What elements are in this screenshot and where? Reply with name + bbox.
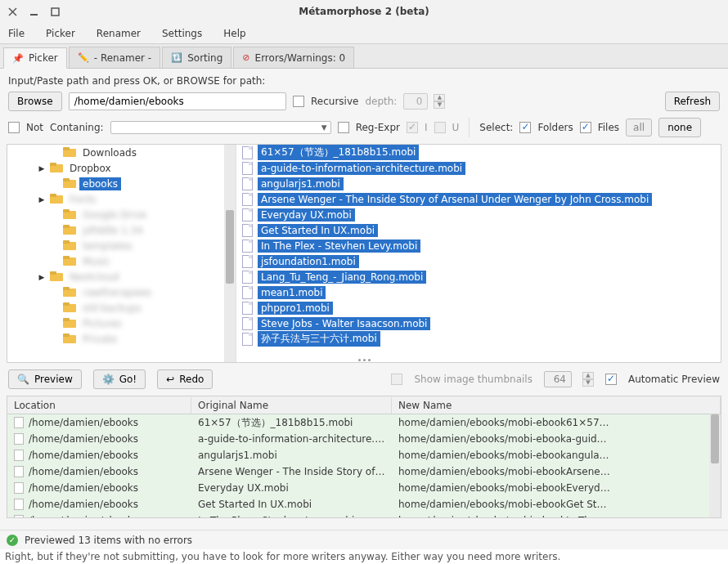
file-name: 孙子兵法与三十六计.mobi [258,331,380,347]
tree-item[interactable]: ▶Dropbox [7,160,236,176]
path-hint: Input/Paste path and press OK, or BROWSE… [8,75,720,87]
tree-item[interactable]: templates [7,238,236,253]
tree-item[interactable]: ▶Nextcloud [7,269,236,284]
file-row[interactable]: Everyday UX.mobi [236,207,721,222]
renamer-icon: ✏️ [78,52,89,63]
menu-picker[interactable]: Picker [43,26,79,41]
tab-renamer[interactable]: ✏️ - Renamer - [69,47,160,68]
file-row[interactable]: Get Started In UX.mobi [236,222,721,238]
tree-item-label: Nextcloud [66,271,122,284]
table-row[interactable]: /home/damien/ebooksangularjs1.mobihome/d… [7,447,721,463]
tree-item-label: Downloads [79,146,140,159]
file-row[interactable]: a-guide-to-information-architecture.mobi [236,160,721,176]
thumbnails-label: Show image thumbnails [414,374,533,385]
file-row[interactable]: 孙子兵法与三十六计.mobi [236,331,721,347]
file-name: Steve Jobs - Walter Isaacson.mobi [258,317,430,330]
file-row[interactable]: Arsene Wenger - The Inside Story of Arse… [236,191,721,207]
regexpr-checkbox[interactable] [338,122,349,133]
cutoff-text: Right, but if they're not submitting, yo… [0,549,728,564]
table-row[interactable]: /home/damien/ebooksGet Started In UX.mob… [7,496,721,513]
path-input[interactable] [69,92,286,110]
preview-button[interactable]: 🔍 Preview [8,369,82,389]
file-list[interactable]: 61×57（节选）_181b8b15.mobia-guide-to-inform… [236,145,721,362]
cell-original: a-guide-to-information-architecture.… [191,432,392,446]
table-row[interactable]: /home/damien/ebooksEveryday UX.mobihome/… [7,480,721,496]
go-button[interactable]: ⚙️ Go! [93,369,146,389]
file-name: angularjs1.mobi [258,177,344,190]
cell-original: Everyday UX.mobi [191,481,392,495]
tree-item[interactable]: Downloads [7,145,236,160]
close-icon[interactable] [7,6,18,17]
tree-item[interactable]: Private [7,331,236,347]
tree-item[interactable]: rawtherapeee [7,284,236,300]
folder-icon [63,178,76,190]
depth-label: depth: [365,96,397,107]
tree-item[interactable]: jsfiddle 1.34 [7,222,236,238]
cell-location: /home/damien/ebooks [29,417,138,428]
minimize-icon[interactable] [28,6,39,17]
file-row[interactable]: Steve Jobs - Walter Isaacson.mobi [236,316,721,331]
select-all-button[interactable]: all [626,119,652,137]
depth-input: 0 [403,93,428,110]
thumbnails-spinner: ▲▼ [582,372,594,387]
table-row[interactable]: /home/damien/ebooksa-guide-to-informatio… [7,431,721,447]
menu-renamer[interactable]: Renamer [93,26,144,41]
tree-item[interactable]: ▶Fonts [7,191,236,207]
redo-button[interactable]: ↩ Redo [157,369,213,389]
tree-scrollbar[interactable] [224,145,236,362]
tree-item[interactable]: Music [7,253,236,269]
auto-preview-checkbox[interactable] [605,374,617,385]
folder-tree[interactable]: Downloads▶Dropboxebooks▶FontsGoogle Driv… [7,145,236,362]
table-row[interactable]: /home/damien/ebooksArsene Wenger - The I… [7,463,721,480]
tree-item-label: Pictures [79,317,125,330]
maximize-icon[interactable] [49,6,61,17]
browse-button[interactable]: Browse [8,92,62,111]
file-row[interactable]: Lang_Tu_Teng_-_Jiang_Rong.mobi [236,269,721,284]
tab-errors[interactable]: ⊘ Errors/Warnings: 0 [233,47,354,68]
file-name: mean1.mobi [258,286,326,299]
table-row[interactable]: /home/damien/ebooksIn The Plex - Stevhen… [7,513,721,518]
expander-icon[interactable]: ▶ [37,164,47,172]
tree-item-label: jsfiddle 1.34 [79,224,146,237]
file-row[interactable]: 61×57（节选）_181b8b15.mobi [236,145,721,160]
tab-sorting[interactable]: 🔃 Sorting [162,47,231,68]
titlebar: Métamorphose 2 (beta) [0,0,728,23]
tab-label: - Renamer - [94,52,151,64]
expander-icon[interactable]: ▶ [37,195,47,204]
containing-combo[interactable]: ▼ [110,121,331,134]
files-checkbox[interactable] [580,122,591,133]
u-label: U [452,122,460,133]
file-icon [241,271,253,284]
browser-split: Downloads▶Dropboxebooks▶FontsGoogle Driv… [7,144,721,363]
menu-help[interactable]: Help [220,26,249,41]
expander-icon[interactable]: ▶ [37,273,47,281]
folders-checkbox[interactable] [519,122,531,133]
cell-newname: home/damien/ebooks/mobi-ebookIn The … [392,513,721,518]
file-row[interactable]: phppro1.mobi [236,300,721,316]
tree-item[interactable]: ebooks [7,176,236,191]
folder-icon [63,147,76,159]
menu-file[interactable]: File [5,26,28,41]
file-row[interactable]: angularjs1.mobi [236,176,721,191]
tree-item[interactable]: Pictures [7,316,236,331]
file-row[interactable]: mean1.mobi [236,284,721,300]
split-handle-icon[interactable] [348,359,380,364]
folder-icon [63,209,76,221]
col-location[interactable]: Location [7,397,191,414]
cell-location: /home/damien/ebooks [29,450,138,461]
tree-item[interactable]: Google Drive [7,207,236,222]
file-row[interactable]: jsfoundation1.mobi [236,253,721,269]
col-newname[interactable]: New Name [392,397,721,414]
select-none-button[interactable]: none [658,118,701,137]
col-original[interactable]: Original Name [191,397,392,414]
not-checkbox[interactable] [8,122,20,133]
refresh-button[interactable]: Refresh [665,92,720,111]
menu-settings[interactable]: Settings [159,26,205,41]
table-scrollbar[interactable] [709,414,721,517]
table-row[interactable]: /home/damien/ebooks61×57（节选）_181b8b15.mo… [7,414,721,431]
recursive-checkbox[interactable] [293,96,304,107]
tab-picker[interactable]: 📌 Picker [3,47,67,69]
cell-original: Get Started In UX.mobi [191,497,392,512]
tree-item[interactable]: old backups [7,300,236,316]
file-row[interactable]: In The Plex - Stevhen Levy.mobi [236,238,721,253]
